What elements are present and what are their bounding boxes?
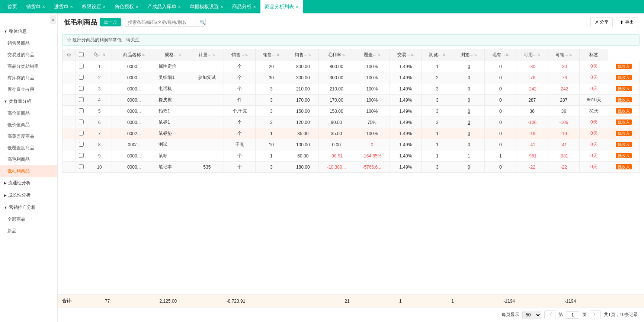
cell-checkbox[interactable]	[76, 117, 87, 128]
next-page-button[interactable]: 〉	[590, 310, 601, 319]
sidebar-item-instock-goods[interactable]: 有库存的商品	[0, 72, 57, 84]
cell-name[interactable]: 测试	[156, 139, 190, 150]
search-icon[interactable]: 🔍	[200, 20, 205, 25]
cell-name[interactable]: 吴细细1	[156, 72, 190, 83]
cell-name[interactable]: 笔记本	[156, 162, 190, 173]
col-settings[interactable]: ⚙	[63, 49, 76, 61]
col-checkbox[interactable]	[76, 49, 87, 61]
table-wrapper[interactable]: ⚙ 商...⇅ 商品名称⇅ 规格...⇅ 计量...⇅ 销售...⇅ 销售...…	[58, 49, 644, 294]
cell-checkbox[interactable]	[76, 72, 87, 83]
sidebar-item-traded-goods[interactable]: 交易过的商品	[0, 49, 57, 61]
cell-checkbox[interactable]	[76, 139, 87, 150]
page-number-input[interactable]	[566, 311, 579, 319]
nav-goods-analysis-list[interactable]: 商品分析列表 ✕	[260, 0, 303, 13]
cell-name[interactable]: 属性定价	[156, 61, 190, 72]
nav-close-permissions[interactable]: ✕	[103, 5, 106, 9]
nav-template[interactable]: 单据模板设置 ✕	[185, 0, 228, 13]
cell-browse1[interactable]: 0	[453, 117, 485, 128]
cell-browse1[interactable]: 1	[453, 150, 485, 162]
cell-gross: 1.49%	[390, 95, 422, 106]
nav-goods-analysis[interactable]: 商品分析 ✕	[228, 0, 260, 13]
row-checkbox[interactable]	[79, 119, 84, 124]
cell-checkbox[interactable]	[76, 95, 87, 106]
sidebar-group-overall[interactable]: ▼ 整体信息	[0, 25, 57, 38]
sidebar-item-all-goods[interactable]: 全部商品	[0, 214, 57, 225]
row-checkbox[interactable]	[79, 164, 84, 169]
cell-name[interactable]: 铅笔1	[156, 106, 190, 117]
nav-close-product-inbound[interactable]: ✕	[178, 5, 181, 9]
cell-browse1[interactable]: 0	[453, 72, 485, 83]
cell-name[interactable]: 橡皮擦	[156, 95, 190, 106]
cell-checkbox[interactable]	[76, 162, 87, 173]
search-input[interactable]	[124, 18, 206, 27]
cell-name[interactable]: 鼠标垫	[156, 128, 190, 139]
row-checkbox[interactable]	[79, 142, 84, 147]
select-all-checkbox[interactable]	[79, 52, 84, 57]
nav-product-inbound[interactable]: 产成品入库单 ✕	[143, 0, 185, 13]
nav-close-purchase[interactable]: ✕	[70, 5, 73, 9]
cell-checkbox[interactable]	[76, 83, 87, 95]
sidebar-item-low-profit[interactable]: 低毛利商品	[0, 165, 57, 177]
col-name: 商品名称⇅	[112, 49, 156, 61]
footer-label: 合计:	[62, 298, 73, 304]
sidebar-item-new-goods[interactable]: 新品	[0, 225, 57, 237]
sidebar-item-sales-goods[interactable]: 销售类商品	[0, 38, 57, 49]
sidebar-item-low-coverage[interactable]: 低覆盖度商品	[0, 142, 57, 154]
nav-purchase[interactable]: 进货单 ✕	[49, 0, 77, 13]
sidebar-group-marketing[interactable]: ▼ 营销推广分析	[0, 201, 57, 214]
sidebar-item-stock-capital[interactable]: 库存资金占用	[0, 84, 57, 95]
cell-browse1[interactable]: 0	[453, 106, 485, 117]
nav-permissions[interactable]: 权限设置 ✕	[77, 0, 110, 13]
sidebar-item-low-value[interactable]: 低价值商品	[0, 119, 57, 131]
cell-checkbox[interactable]	[76, 128, 87, 139]
cell-qty: 3	[256, 117, 287, 128]
cell-browse1[interactable]: 0	[453, 83, 485, 95]
cell-browse1[interactable]: 0	[453, 162, 485, 173]
col-gross: 毛利率⇅	[319, 49, 354, 61]
tag-badge: 低收入	[616, 97, 632, 102]
share-button[interactable]: ↗ 分享	[590, 17, 613, 27]
cell-checkbox[interactable]	[76, 61, 87, 72]
export-button[interactable]: ⬆ 导出	[616, 17, 638, 27]
row-checkbox[interactable]	[79, 75, 84, 80]
nav-roles[interactable]: 角色授权 ✕	[110, 0, 143, 13]
sidebar-item-high-profit[interactable]: 高毛利商品	[0, 154, 57, 165]
page-size-select[interactable]: 50 100 200	[522, 311, 541, 319]
cell-checkbox[interactable]	[76, 106, 87, 117]
sidebar-group-cluster[interactable]: ▼ 类群量分析	[0, 95, 57, 108]
nav-close-roles[interactable]: ✕	[135, 5, 138, 9]
filter-button[interactable]: 近一月	[100, 18, 121, 26]
nav-home[interactable]: 首页	[3, 0, 22, 13]
cell-spec: 535	[190, 162, 224, 173]
cell-browse1[interactable]: 0	[453, 95, 485, 106]
row-checkbox[interactable]	[79, 86, 84, 91]
sidebar-item-high-coverage[interactable]: 高覆盖度商品	[0, 131, 57, 142]
sidebar-collapse-button[interactable]: «	[50, 15, 56, 24]
cell-checkbox[interactable]	[76, 150, 87, 162]
row-checkbox[interactable]	[79, 131, 84, 136]
cell-price: 210.00	[287, 83, 319, 95]
cell-name[interactable]: 电话机	[156, 83, 190, 95]
sidebar-group-growth[interactable]: ▶ 成长性分析	[0, 189, 57, 201]
cell-num: 4	[87, 95, 112, 106]
sidebar-item-category-rate[interactable]: 商品分类助销率	[0, 61, 57, 72]
nav-close-goods-analysis[interactable]: ✕	[253, 5, 256, 9]
sidebar-item-high-value[interactable]: 高价值商品	[0, 108, 57, 119]
sidebar-group-flow[interactable]: ▶ 流通性分析	[0, 177, 57, 189]
cell-browse2: 0	[485, 95, 516, 106]
row-checkbox[interactable]	[79, 108, 84, 113]
cell-name[interactable]: 鼠标	[156, 150, 190, 162]
cell-browse1[interactable]: 0	[453, 61, 485, 72]
cell-name[interactable]: 鼠标1	[156, 117, 190, 128]
cell-browse1[interactable]: 0	[453, 128, 485, 139]
nav-close-sales[interactable]: ✕	[42, 5, 45, 9]
nav-close-goods-analysis-list[interactable]: ✕	[295, 5, 298, 9]
cell-browse1[interactable]: 0	[453, 139, 485, 150]
nav-close-template[interactable]: ✕	[220, 5, 223, 9]
cell-coverage: 1	[422, 128, 453, 139]
nav-sales[interactable]: 销货单 ✕	[22, 0, 49, 13]
row-checkbox[interactable]	[79, 153, 84, 158]
prev-page-button[interactable]: 〈	[544, 310, 555, 319]
row-checkbox[interactable]	[79, 64, 84, 68]
row-checkbox[interactable]	[79, 97, 84, 102]
